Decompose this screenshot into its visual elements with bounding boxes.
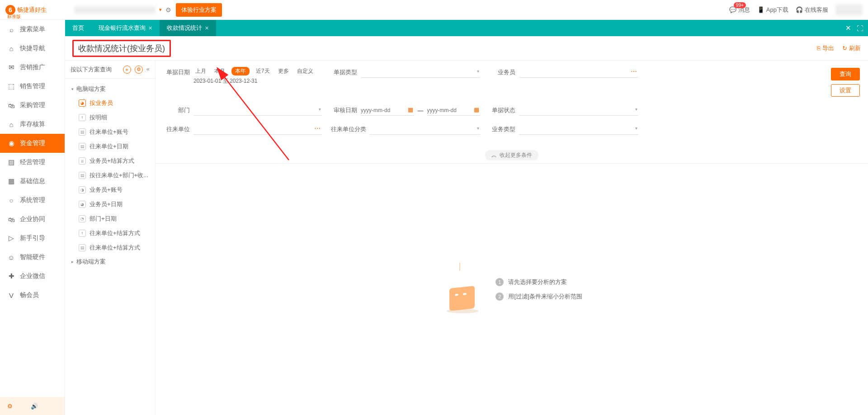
refresh-button[interactable]: ↻ 刷新 [842, 44, 861, 52]
scheme-item[interactable]: ⫼业务员+结算方式 [65, 154, 155, 168]
calendar-icon[interactable]: ▦ [408, 106, 413, 113]
app-label: App下载 [766, 6, 788, 14]
unit-select[interactable] [193, 124, 322, 135]
close-icon[interactable]: ✕ [148, 25, 152, 31]
date-tab[interactable]: 本月 [212, 67, 227, 75]
filter-staff: 业务员 ⋯ [489, 67, 638, 78]
app-download-link[interactable]: 📱 App下载 [757, 6, 788, 14]
sidebar-item[interactable]: ⬚销售管理 [0, 77, 65, 96]
staff-select[interactable] [519, 67, 638, 78]
scheme-header-label: 按以下方案查询 [71, 66, 112, 74]
sidebar-item[interactable]: 🛍采购管理 [0, 96, 65, 115]
scheme-icon: ▤ [79, 244, 86, 251]
date-tab[interactable]: 更多 [276, 67, 291, 75]
sound-icon[interactable]: 🔊 [31, 403, 38, 410]
settings-button[interactable]: 设置 [831, 84, 860, 97]
audit-date-from[interactable] [361, 105, 414, 116]
filter-label: 往来单位分类 [331, 124, 366, 133]
sidebar-item-label: 采购管理 [20, 101, 45, 109]
sidebar-item[interactable]: ◉资金管理 [0, 134, 65, 153]
gear-icon[interactable]: ⚙ [165, 6, 171, 14]
scheme-item[interactable]: ◕按业务员 [65, 96, 155, 110]
scheme-item[interactable]: ⫯按明细 [65, 110, 155, 125]
robot-illustration [441, 269, 482, 310]
tab[interactable]: 现金银行流水查询✕ [91, 20, 160, 36]
scheme-group-desktop[interactable]: ▾ 电脑端方案 [65, 82, 155, 96]
menu-icon: V [7, 291, 15, 299]
filter-unit-category: 往来单位分类 ▾ [331, 124, 480, 135]
scheme-item[interactable]: ▤按往来单位+部门+收... [65, 168, 155, 183]
calendar-icon[interactable]: ▦ [474, 106, 479, 113]
tip-item: 2 用[过滤]条件来缩小分析范围 [495, 292, 582, 301]
sidebar-item[interactable]: ▷新手引导 [0, 229, 65, 248]
menu-icon: ▦ [7, 177, 15, 185]
more-icon[interactable]: ⋯ [631, 68, 637, 75]
sidebar-item[interactable]: ○系统管理 [0, 191, 65, 210]
query-button[interactable]: 查询 [831, 68, 860, 80]
chevron-down-icon: ▾ [159, 7, 162, 13]
scheme-item[interactable]: ▤往来单位+账号 [65, 125, 155, 139]
sidebar-item-label: 库存核算 [20, 120, 45, 128]
sidebar-item[interactable]: ▤经营管理 [0, 153, 65, 172]
sidebar-item[interactable]: V畅会员 [0, 286, 65, 305]
close-icon[interactable]: ✕ [205, 25, 209, 31]
sidebar-item[interactable]: ⌂库存核算 [0, 115, 65, 134]
scheme-item[interactable]: ◔部门+日期 [65, 212, 155, 226]
sidebar-item[interactable]: ☺智能硬件 [0, 248, 65, 267]
date-tab[interactable]: 近7天 [254, 67, 272, 75]
settings-icon[interactable]: ⚙ [7, 403, 13, 410]
messages-link[interactable]: 💬 99+ 消息 [729, 6, 750, 14]
tab[interactable]: 首页 [65, 20, 91, 36]
tab-label: 首页 [72, 24, 84, 32]
sidebar-item[interactable]: 🛍企业协同 [0, 210, 65, 229]
filter-label: 审核日期 [331, 105, 357, 114]
export-button[interactable]: ⎘ 导出 [817, 44, 834, 52]
scheme-item[interactable]: ▤往来单位+结算方式 [65, 241, 155, 255]
date-tab[interactable]: 自定义 [295, 67, 315, 75]
tab[interactable]: 收款情况统计✕ [160, 20, 216, 36]
date-tab[interactable]: 本年 [231, 67, 250, 75]
filter-label: 往来单位 [164, 124, 190, 133]
biz-type-select[interactable] [519, 124, 638, 135]
scheme-item[interactable]: ◑业务员+账号 [65, 183, 155, 197]
audit-date-to[interactable] [427, 105, 481, 116]
tab-label: 现金银行流水查询 [99, 24, 146, 32]
scheme-icon: ◑ [79, 186, 86, 193]
scheme-panel: 按以下方案查询 + ⚙ « ▾ 电脑端方案 ◕按业务员⫯按明细▤往来单位+账号▤… [65, 61, 156, 415]
scheme-item[interactable]: ◕业务员+日期 [65, 197, 155, 212]
menu-icon: ⌂ [7, 120, 15, 128]
top-header: 6 畅捷通好生 标准版 ▾ ⚙ 体验行业方案 💬 99+ 消息 📱 App下载 … [0, 0, 868, 20]
sidebar-item[interactable]: ⌂快捷导航 [0, 39, 65, 58]
collapse-panel-button[interactable]: « [146, 66, 150, 74]
filter-doc-status: 单据状态 ▾ [489, 105, 638, 116]
fullscreen-icon[interactable]: ⛶ [857, 24, 863, 32]
sidebar-item[interactable]: ✚企业微信 [0, 267, 65, 286]
collapse-filters-button[interactable]: ︽ 收起更多条件 [485, 150, 538, 160]
menu-icon: ○ [7, 196, 15, 204]
sidebar-item[interactable]: ⌕搜索菜单 [0, 20, 65, 39]
scheme-item[interactable]: ▤往来单位+日期 [65, 139, 155, 154]
doc-status-select[interactable] [519, 105, 638, 116]
menu-icon: ▤ [7, 158, 15, 166]
scheme-group-mobile[interactable]: ▸ 移动端方案 [65, 255, 155, 269]
company-selector[interactable]: ▾ ⚙ [74, 6, 171, 14]
scheme-item[interactable]: ⫯往来单位+结算方式 [65, 226, 155, 241]
experience-button[interactable]: 体验行业方案 [176, 3, 222, 17]
doc-type-select[interactable] [361, 67, 480, 78]
unit-category-select[interactable] [370, 124, 480, 135]
tab-label: 收款情况统计 [167, 24, 202, 32]
scheme-settings-button[interactable]: ⚙ [135, 66, 143, 74]
more-icon[interactable]: ⋯ [314, 125, 321, 132]
sidebar-item[interactable]: ▦基础信息 [0, 172, 65, 191]
user-avatar-blurred[interactable] [835, 5, 863, 15]
chevron-right-icon: ▸ [71, 259, 74, 264]
date-tab[interactable]: 上月 [193, 67, 208, 75]
customer-service-link[interactable]: 🎧 在线客服 [796, 6, 828, 14]
close-all-tabs-icon[interactable]: ✕ [845, 24, 851, 32]
dept-select[interactable] [193, 105, 322, 116]
add-scheme-button[interactable]: + [123, 66, 131, 74]
scheme-label: 业务员+结算方式 [90, 157, 134, 165]
filter-date: 单据日期 上月本月本年近7天更多自定义 2023-01-01 至 2023-12… [164, 67, 322, 85]
headset-icon: 🎧 [796, 6, 803, 13]
sidebar-item[interactable]: ✉营销推广 [0, 58, 65, 77]
